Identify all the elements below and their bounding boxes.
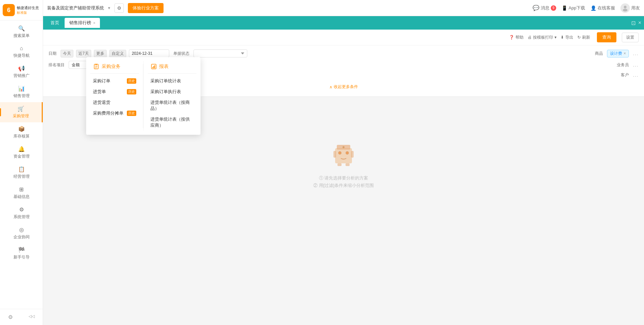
salesperson-dots[interactable]: ... — [633, 63, 639, 68]
sidebar-item-sales[interactable]: 📊 销售管理 — [0, 82, 43, 102]
dropdown-item-report-incoming-goods[interactable]: 进货单统计表（按商品） — [148, 97, 196, 114]
toolbar-row: ❓ 帮助 🖨 按模板打印 ▾ ⬇ 导出 ↻ 刷新 查询 设置 — [43, 30, 644, 45]
dropdown-item-purchase-expense[interactable]: 采购费用分摊单 历史 — [90, 108, 139, 119]
help-btn[interactable]: ❓ 帮助 — [509, 35, 524, 40]
dropdown-report-header: 报表 — [148, 61, 196, 74]
doc-status-select[interactable] — [193, 49, 247, 57]
query-btn[interactable]: 查询 — [597, 32, 616, 42]
sidebar-item-system[interactable]: ⚙ 系统管理 — [0, 203, 43, 223]
sidebar-item-newbie[interactable]: 🏁 新手引导 — [0, 243, 43, 263]
notification-item[interactable]: 💬 消息 9 — [533, 5, 556, 11]
report-incoming-supplier-label: 进货单统计表（按供应商） — [150, 116, 194, 128]
basic-info-icon: ⊞ — [19, 186, 24, 193]
date-today-btn[interactable]: 今天 — [61, 50, 73, 57]
print-arrow[interactable]: ▾ — [554, 35, 557, 40]
sidebar-label-finance: 资金管理 — [13, 154, 30, 159]
date-custom-btn[interactable]: 自定义 — [109, 50, 126, 57]
svg-rect-2 — [335, 148, 352, 163]
date-more-btn[interactable]: 更多 — [94, 50, 107, 57]
finance-icon: 🔔 — [18, 146, 25, 152]
goods-tag-close-icon[interactable]: × — [623, 51, 626, 56]
settings-btn[interactable]: 设置 — [622, 33, 639, 42]
customer-dots[interactable]: ... — [633, 73, 639, 78]
phone-icon: 📱 — [562, 5, 567, 11]
svg-point-4 — [343, 146, 345, 148]
sidebar-item-purchase[interactable]: 🛒 采购管理 — [0, 102, 43, 122]
highlight-btn[interactable]: 体验行业方案 — [128, 3, 164, 13]
print-btn[interactable]: 🖨 按模板打印 ▾ — [528, 35, 557, 40]
tab-restore-btn[interactable]: ⊡ — [631, 20, 636, 26]
refresh-btn[interactable]: ↻ 刷新 — [577, 35, 590, 40]
topbar: 装备及固定资产辅助管理系统 ▾ ⚙ 体验行业方案 💬 消息 9 📱 App下载 … — [43, 0, 644, 16]
sidebar-item-enterprise[interactable]: ◎ 企业协同 — [0, 223, 43, 243]
dropdown-cols: 采购业务 采购订单 历史 进货单 历史 进货退货 — [86, 61, 201, 131]
topbar-settings-button[interactable]: ⚙ — [114, 3, 124, 13]
active-indicator — [0, 108, 1, 116]
sidebar-label-sales: 销售管理 — [13, 93, 30, 99]
dropdown-item-purchase-return[interactable]: 进货退货 — [90, 97, 139, 108]
svg-point-0 — [624, 6, 627, 8]
system-title: 装备及固定资产辅助管理系统 — [47, 5, 104, 11]
dropdown-item-purchase-order[interactable]: 采购订单 历史 — [90, 76, 139, 86]
dropdown-item-report-incoming-supplier[interactable]: 进货单统计表（按供应商） — [148, 114, 196, 131]
marketing-icon: 📢 — [18, 65, 25, 72]
salesperson-label: 业务员 — [617, 62, 629, 68]
tab-sales-rank-label: 销售排行榜 — [69, 20, 91, 26]
tab-sales-rank[interactable]: 销售排行榜 × — [65, 18, 100, 28]
sidebar-collapse-btn[interactable]: ◁◁ — [27, 313, 36, 322]
rank-item-label: 排名项目 — [48, 62, 65, 68]
customer-label: 客户 — [621, 72, 629, 78]
expense-history: 历史 — [127, 111, 136, 116]
incoming-label: 进货单 — [93, 89, 106, 95]
dropdown-item-purchase-incoming[interactable]: 进货单 历史 — [90, 86, 139, 97]
report-incoming-goods-label: 进货单统计表（按商品） — [150, 99, 194, 112]
app-download-item[interactable]: 📱 App下载 — [562, 5, 585, 11]
purchase-order-history: 历史 — [127, 78, 136, 84]
logo-icon: 6 — [3, 4, 15, 16]
svg-rect-19 — [152, 67, 153, 68]
print-label: 按模板打印 — [533, 35, 553, 40]
tab-close-icon[interactable]: × — [93, 21, 95, 25]
print-icon: 🖨 — [528, 35, 532, 40]
purchase-dropdown-menu: 采购业务 采购订单 历史 进货单 历史 进货退货 — [86, 57, 201, 135]
refresh-label: 刷新 — [582, 35, 590, 40]
purchase-order-label: 采购订单 — [93, 78, 110, 84]
dropdown-item-report-order-stats[interactable]: 采购订单统计表 — [148, 76, 196, 86]
goods-dots[interactable]: ... — [633, 51, 639, 56]
export-btn[interactable]: ⬇ 导出 — [561, 35, 573, 40]
svg-rect-8 — [346, 163, 350, 166]
tabbar: 首页 销售排行榜 × ⊡ × — [43, 16, 644, 30]
sidebar-item-basic-info[interactable]: ⊞ 基础信息 — [0, 183, 43, 203]
empty-tip-1: ① 请先选择要分析的方案 — [313, 175, 374, 181]
online-service-item[interactable]: 👤 在线客服 — [591, 5, 615, 11]
sidebar-label-system: 系统管理 — [13, 214, 30, 220]
date-input[interactable] — [129, 49, 169, 57]
svg-point-1 — [623, 9, 628, 11]
sidebar-item-search[interactable]: 🔍 搜索菜单 — [0, 22, 43, 42]
sidebar-label-search: 搜索菜单 — [13, 33, 30, 39]
dropdown-report-col: 报表 采购订单统计表 采购订单执行表 进货单统计表（按商品） 进货单统计表（按供 — [143, 61, 201, 131]
sidebar-item-finance[interactable]: 🔔 资金管理 — [0, 143, 43, 163]
page-content: ❓ 帮助 🖨 按模板打印 ▾ ⬇ 导出 ↻ 刷新 查询 设置 — [43, 30, 644, 325]
report-order-stats-label: 采购订单统计表 — [150, 78, 181, 84]
svg-rect-6 — [351, 151, 354, 158]
sidebar-label-inventory: 库存核算 — [13, 133, 30, 139]
dropdown-item-report-order-exec[interactable]: 采购订单执行表 — [148, 86, 196, 97]
tab-home[interactable]: 首页 — [46, 18, 64, 28]
sidebar-bottom: ⚙ ◁◁ — [0, 309, 43, 325]
sidebar-label-purchase: 采购管理 — [13, 113, 29, 119]
system-icon: ⚙ — [19, 206, 24, 213]
sidebar-item-inventory[interactable]: 📦 库存核算 — [0, 122, 43, 143]
topbar-right: 💬 消息 9 📱 App下载 👤 在线客服 — [533, 3, 640, 13]
sidebar-item-marketing[interactable]: 📢 营销推广 — [0, 62, 43, 82]
date-7days-btn[interactable]: 近7天 — [76, 50, 91, 57]
empty-tip-2: ② 用[过滤]条件来缩小分析范围 — [313, 182, 374, 189]
sidebar-item-operations[interactable]: 📋 经营管理 — [0, 163, 43, 183]
sidebar-settings-btn[interactable]: ⚙ — [7, 313, 14, 322]
sidebar-label-basic-info: 基础信息 — [13, 194, 30, 200]
topbar-dropdown-arrow[interactable]: ▾ — [108, 5, 110, 10]
tab-home-label: 首页 — [50, 20, 59, 26]
tab-close-btn[interactable]: × — [638, 20, 641, 26]
sidebar-item-quick-nav[interactable]: ⌂ 快捷导航 — [0, 42, 43, 62]
user-item[interactable]: 用友 — [620, 3, 640, 13]
